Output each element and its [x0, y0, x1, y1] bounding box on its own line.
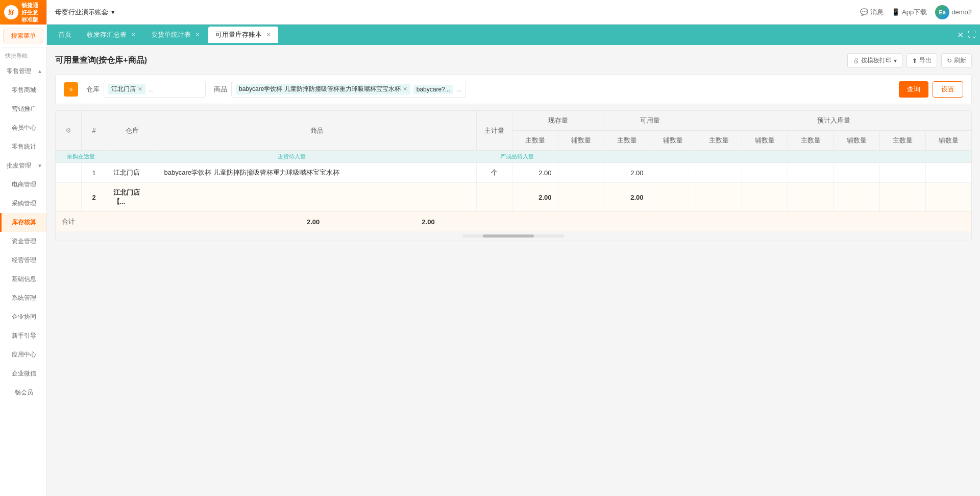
th-finished-sub: 辅数量: [925, 131, 971, 151]
table-footer: 合计 2.00 2.00: [56, 211, 971, 231]
print-button[interactable]: 🖨 按模板打印 ▾: [847, 53, 902, 68]
page-title: 可用量查询(按仓库+商品): [55, 55, 147, 66]
sidebar-item-guide[interactable]: 新手引导: [0, 326, 46, 345]
download-icon: 📱: [892, 8, 900, 16]
sidebar-item-retail-stats[interactable]: 零售统计: [0, 137, 46, 156]
filter-expand-button[interactable]: »: [64, 82, 78, 97]
th-available: 可用量: [604, 111, 696, 131]
message-button[interactable]: 💬 消息: [860, 8, 884, 17]
th-settings[interactable]: ⚙: [56, 111, 81, 151]
row2-available-sub: [650, 183, 696, 212]
inventory-table: ⚙ # 仓库 商品 主计量 现存量 可用量 预计入库量 主数量 辅: [56, 111, 971, 211]
avatar: Ea: [935, 5, 949, 19]
horizontal-scrollbar[interactable]: [462, 234, 565, 238]
scrollbar-thumb[interactable]: [483, 234, 534, 238]
sidebar-item-finance[interactable]: 资金管理: [0, 232, 46, 251]
sidebar-item-system[interactable]: 系统管理: [0, 289, 46, 308]
logo-icon: 好: [4, 5, 18, 19]
tab-available-inventory[interactable]: 可用量库存账本 ✕: [208, 27, 278, 43]
th-seq: #: [81, 111, 107, 151]
product-more-icon[interactable]: ...: [456, 86, 461, 93]
filter-action-buttons: 查询 设置: [899, 81, 963, 98]
product-tag1-close[interactable]: ✕: [403, 86, 407, 92]
user-profile[interactable]: Ea demo2: [935, 5, 972, 19]
row1-available-sub: [650, 163, 696, 183]
page-actions: 🖨 按模板打印 ▾ ⬆ 导出 ↻ 刷新: [847, 53, 972, 68]
th-incoming-main: 主数量: [788, 131, 834, 151]
row2-seq: 2: [81, 183, 107, 212]
row1-current-main: 2.00: [512, 163, 558, 183]
tabbar-actions: ✕ ⛶: [957, 30, 976, 40]
th-current-sub: 辅数量: [558, 131, 604, 151]
chevron-icon: ▲: [37, 68, 42, 74]
th-available-sub: 辅数量: [650, 131, 696, 151]
footer-label: 合计: [62, 217, 92, 226]
app-download-button[interactable]: 📱 App下载: [892, 8, 927, 17]
th-main-unit: 主计量: [476, 111, 512, 151]
table-row: 1 江北门店 babycare学饮杯 儿童防摔防撞吸管杯重力球吸嘴杯宝宝水杯 个…: [56, 163, 971, 183]
horizontal-scrollbar-area: [56, 231, 971, 241]
product-filter-input[interactable]: babycare学饮杯 儿童防摔防撞吸管杯重力球吸嘴杯宝宝水杯 ✕ babyca…: [231, 81, 466, 98]
sidebar-item-wechat[interactable]: 企业微信: [0, 364, 46, 383]
chevron-down-icon: ▾: [894, 57, 897, 64]
row2-warehouse: 江北门店【...: [107, 183, 158, 212]
refresh-button[interactable]: ↻ 刷新: [941, 53, 972, 68]
row2-current-sub: [558, 183, 604, 212]
company-name: 母婴行业演示账套: [55, 8, 108, 17]
row1-finished-sub: [925, 163, 971, 183]
tab-order-stats[interactable]: 要货单统计表 ✕: [144, 27, 207, 43]
row2-available-main: 2.00: [604, 183, 650, 212]
search-menu-button[interactable]: 搜索菜单: [3, 29, 43, 43]
footer-current-main: 2.00: [307, 218, 320, 226]
sidebar-item-retail-mall[interactable]: 零售商城: [0, 81, 46, 100]
refresh-icon: ↻: [947, 57, 952, 64]
row2-incoming-sub: [834, 183, 879, 212]
row1-available-main: 2.00: [604, 163, 650, 183]
sidebar-item-app-center[interactable]: 应用中心: [0, 345, 46, 364]
export-button[interactable]: ⬆ 导出: [906, 53, 937, 68]
close-tab-icon[interactable]: ✕: [957, 30, 964, 40]
footer-available-main: 2.00: [422, 218, 434, 226]
row1-incoming-main: [788, 163, 834, 183]
sidebar-item-inventory[interactable]: 库存核算: [0, 213, 46, 232]
topbar-left: 母婴行业演示账套 ▾: [55, 8, 115, 17]
table-row-subtotal: 2 江北门店【... 2.00 2.00: [56, 183, 971, 212]
sidebar-item-member[interactable]: 会员中心: [0, 119, 46, 137]
nav-label: 快捷导航: [0, 48, 46, 62]
query-button[interactable]: 查询: [899, 81, 928, 98]
sidebar-item-base-info[interactable]: 基础信息: [0, 270, 46, 289]
th-purchase-main: 主数量: [696, 131, 742, 151]
warehouse-filter-input[interactable]: 江北门店 ✕ ...: [104, 81, 206, 98]
product-tag-2: babycare?...: [413, 85, 453, 94]
th-incoming-sub: 辅数量: [834, 131, 879, 151]
tab-close-order-stats[interactable]: ✕: [195, 32, 200, 38]
row2-unit: [476, 183, 512, 212]
warehouse-filter-group: 仓库 江北门店 ✕ ...: [86, 81, 206, 98]
product-filter-group: 商品 babycare学饮杯 儿童防摔防撞吸管杯重力球吸嘴杯宝宝水杯 ✕ bab…: [214, 81, 466, 98]
sidebar-item-marketing[interactable]: 营销推广: [0, 100, 46, 119]
sidebar-item-enterprise[interactable]: 企业协同: [0, 308, 46, 326]
tab-home[interactable]: 首页: [51, 27, 79, 43]
sidebar-search-area: 搜索菜单: [0, 25, 46, 48]
sidebar-item-purchase[interactable]: 采购管理: [0, 194, 46, 213]
chevron-down-icon: ▾: [111, 8, 115, 16]
sidebar-item-vip[interactable]: 畅会员: [0, 383, 46, 402]
sidebar-item-ecommerce[interactable]: 电商管理: [0, 175, 46, 194]
warehouse-more-icon[interactable]: ...: [149, 86, 154, 93]
setting-button[interactable]: 设置: [933, 81, 963, 98]
sidebar-item-wholesale[interactable]: 批发管理 ▼: [0, 156, 46, 175]
sidebar-item-zero-retail[interactable]: 零售管理 ▲: [0, 62, 46, 81]
tab-close-receive-summary[interactable]: ✕: [131, 32, 136, 38]
tab-close-available-inventory[interactable]: ✕: [266, 32, 271, 38]
sidebar: 好 畅捷通好生意 标准版 搜索菜单 快捷导航 零售管理 ▲ 零售商城 营销推广 …: [0, 0, 47, 496]
topbar-right: 💬 消息 📱 App下载 Ea demo2: [860, 5, 972, 19]
maximize-icon[interactable]: ⛶: [968, 30, 976, 40]
warehouse-tag-close[interactable]: ✕: [138, 86, 142, 92]
th-purchase-transit-group: 采购在途量: [56, 151, 107, 163]
page: 可用量查询(按仓库+商品) 🖨 按模板打印 ▾ ⬆ 导出 ↻ 刷新: [47, 45, 980, 249]
sidebar-item-operations[interactable]: 经营管理: [0, 251, 46, 270]
company-selector[interactable]: 母婴行业演示账套 ▾: [55, 8, 115, 17]
logo-text: 畅捷通好生意 标准版: [21, 2, 42, 23]
tab-receive-summary[interactable]: 收发存汇总表 ✕: [80, 27, 143, 43]
product-tag-1: babycare学饮杯 儿童防摔防撞吸管杯重力球吸嘴杯宝宝水杯 ✕: [236, 84, 410, 95]
